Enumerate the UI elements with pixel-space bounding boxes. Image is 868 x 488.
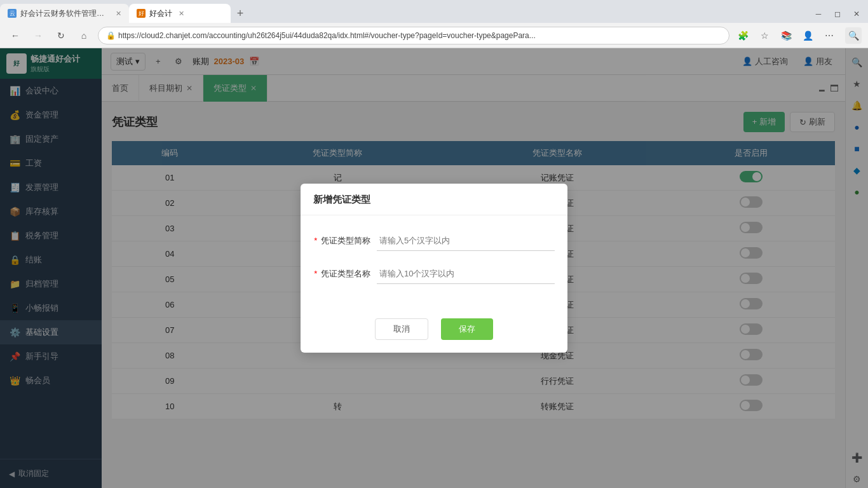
required-mark-2: *: [314, 269, 317, 278]
url-text: https://cloud2.chanjet.com/accounting/uh…: [118, 31, 536, 40]
cancel-button[interactable]: 取消: [375, 318, 428, 340]
modal-footer: 取消 保存: [301, 312, 567, 353]
tab1-label: 好会计云财务软件管理系统_会计: [20, 8, 109, 19]
new-tab-button[interactable]: +: [231, 4, 250, 23]
short-name-label: * 凭证类型简称: [313, 235, 377, 247]
window-restore[interactable]: ◻: [829, 5, 846, 23]
form-row-short-name: * 凭证类型简称: [313, 231, 555, 251]
favorites-btn[interactable]: ☆: [756, 27, 773, 44]
sidebar-search[interactable]: 🔍: [845, 27, 862, 44]
full-name-label: * 凭证类型名称: [313, 268, 377, 280]
browser-tab-1[interactable]: 云 好会计云财务软件管理系统_会计 ✕: [0, 4, 129, 23]
home-button[interactable]: ⌂: [75, 27, 93, 44]
settings-btn[interactable]: ⋯: [821, 27, 837, 44]
save-button[interactable]: 保存: [441, 318, 493, 340]
extensions-btn[interactable]: 🧩: [735, 27, 751, 44]
profile-btn[interactable]: 👤: [799, 27, 816, 44]
refresh-button[interactable]: ↻: [52, 27, 70, 44]
collections-btn[interactable]: 📚: [778, 27, 794, 44]
tab1-favicon: 云: [8, 9, 17, 18]
short-name-input[interactable]: [377, 231, 555, 251]
modal-overlay: 新增凭证类型 * 凭证类型简称 * 凭证类型名称 取消 保存: [0, 48, 868, 488]
back-button[interactable]: ←: [6, 27, 24, 44]
required-mark-1: *: [314, 236, 317, 245]
add-voucher-modal: 新增凭证类型 * 凭证类型简称 * 凭证类型名称 取消 保存: [301, 184, 567, 353]
browser-tab-2[interactable]: 好 好会计 ✕: [129, 4, 231, 23]
window-minimize[interactable]: ─: [810, 5, 827, 23]
tab2-label: 好会计: [149, 8, 172, 19]
modal-body: * 凭证类型简称 * 凭证类型名称: [301, 215, 567, 312]
window-close[interactable]: ✕: [848, 5, 865, 23]
tab1-close[interactable]: ✕: [116, 10, 121, 18]
url-bar[interactable]: 🔒 https://cloud2.chanjet.com/accounting/…: [98, 27, 729, 44]
modal-title: 新增凭证类型: [301, 184, 567, 215]
forward-button[interactable]: →: [29, 27, 47, 44]
form-row-full-name: * 凭证类型名称: [313, 264, 555, 284]
full-name-input[interactable]: [377, 264, 555, 284]
tab2-close[interactable]: ✕: [179, 10, 184, 18]
tab2-favicon: 好: [137, 9, 146, 18]
